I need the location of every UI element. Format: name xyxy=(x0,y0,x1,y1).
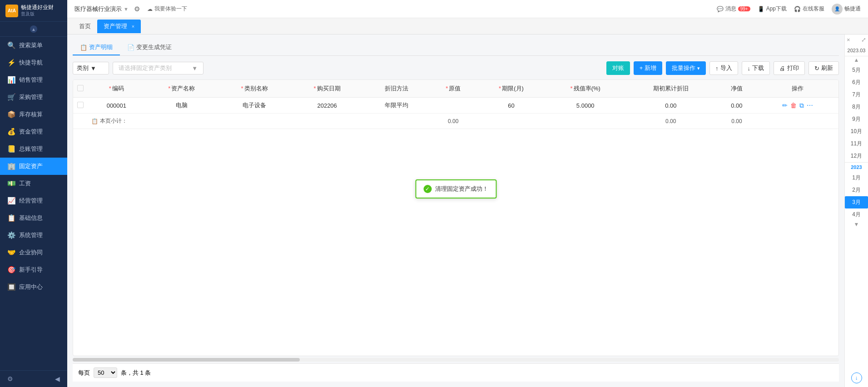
timeline-month-12[interactable]: 12月 xyxy=(845,150,868,162)
more-icon[interactable]: ⋯ xyxy=(807,102,813,109)
timeline-month-7[interactable]: 7月 xyxy=(845,89,868,101)
timeline-month-8[interactable]: 8月 xyxy=(845,101,868,113)
sidebar-item-payroll[interactable]: 💵 工资 xyxy=(0,175,67,192)
row-checkbox-cell[interactable] xyxy=(73,98,88,114)
company-selector[interactable]: 医疗器械行业演示 ▼ xyxy=(74,5,129,13)
sidebar-item-collab[interactable]: 🤝 企业协同 xyxy=(0,244,67,261)
experience-label: 我要体验一下 xyxy=(154,5,187,13)
online-service-label: 在线客服 xyxy=(803,5,824,13)
copy-icon[interactable]: ⧉ xyxy=(799,102,804,109)
sidebar-scroll-up[interactable]: ▲ xyxy=(30,25,37,33)
user-avatar: 👤 xyxy=(832,4,843,15)
dropdown-icon: ▼ xyxy=(192,65,198,72)
horizontal-scrollbar[interactable] xyxy=(73,358,839,362)
cell-code: 000001 xyxy=(88,98,145,114)
timeline-month-1[interactable]: 1月 xyxy=(845,172,868,184)
select-all-checkbox[interactable] xyxy=(77,85,84,91)
category-input[interactable]: 请选择固定资产类别 ▼ xyxy=(113,62,203,74)
new-button[interactable]: + 新增 xyxy=(634,61,662,75)
timeline-month-11[interactable]: 11月 xyxy=(845,138,868,150)
settings-icon[interactable]: ⚙ xyxy=(7,375,13,382)
timeline-month-10[interactable]: 10月 xyxy=(845,125,868,138)
app-download-btn[interactable]: 📱 App下载 xyxy=(758,5,787,13)
collapse-icon[interactable]: ◀ xyxy=(55,375,60,382)
voucher-icon: 📄 xyxy=(127,44,134,51)
fixed-icon: 🏢 xyxy=(7,162,15,170)
search-icon: 🔍 xyxy=(7,41,15,50)
cell-action: ✏ 🗑 ⧉ ⋯ xyxy=(757,98,838,114)
batch-ops-button[interactable]: 批量操作 xyxy=(666,61,706,75)
sidebar-item-funds[interactable]: 💰 资金管理 xyxy=(0,123,67,140)
sidebar-label-fixed: 固定资产 xyxy=(19,162,43,170)
sidebar-item-quicknav[interactable]: ⚡ 快捷导航 xyxy=(0,54,67,71)
refresh-button[interactable]: ↻ 刷新 xyxy=(808,61,839,75)
app-version: 普及版 xyxy=(21,11,54,17)
service-icon: 🎧 xyxy=(794,6,801,12)
row-checkbox[interactable] xyxy=(77,102,84,108)
sidebar-item-ops[interactable]: 📈 经营管理 xyxy=(0,192,67,209)
sub-tab-voucher-gen[interactable]: 📄 变更生成凭证 xyxy=(120,40,179,55)
sidebar-label-collab: 企业协同 xyxy=(19,248,43,257)
reconcile-button[interactable]: 对账 xyxy=(606,61,630,75)
sidebar-item-fixed[interactable]: 🏢 固定资产 xyxy=(0,158,67,175)
sidebar-item-sales[interactable]: 📊 销售管理 xyxy=(0,71,67,89)
download-button[interactable]: ↓ 下载 xyxy=(742,61,770,75)
timeline-circle-btn[interactable]: ↓ xyxy=(851,372,862,383)
print-button[interactable]: 🖨 打印 xyxy=(774,61,805,75)
timeline-expand-icon[interactable]: ⤢ xyxy=(861,36,866,43)
sidebar-item-search[interactable]: 🔍 搜索菜单 xyxy=(0,37,67,54)
sidebar-label-funds: 资金管理 xyxy=(19,128,43,136)
message-btn[interactable]: 💬 消息 99+ xyxy=(717,5,750,13)
sidebar-item-ledger[interactable]: 📒 总账管理 xyxy=(0,140,67,158)
subtotal-net: 0.00 xyxy=(716,114,757,129)
filter-chevron-icon: ▼ xyxy=(90,65,96,72)
subtotal-original: 0.00 xyxy=(429,114,477,129)
topbar: 医疗器械行业演示 ▼ ⚙ ☁ 我要体验一下 💬 消息 99+ 📱 App下载 🎧… xyxy=(67,0,868,18)
sidebar-label-ops: 经营管理 xyxy=(19,197,43,205)
th-purchase-date: *购买日期 xyxy=(291,80,363,98)
logo-icon: AtA xyxy=(5,5,18,17)
timeline-header-row: × ⤢ xyxy=(845,35,868,45)
timeline-month-4[interactable]: 4月 xyxy=(845,208,868,221)
timeline-month-9[interactable]: 9月 xyxy=(845,113,868,125)
timeline-month-5[interactable]: 5月 xyxy=(845,64,868,76)
sub-tab-asset-list[interactable]: 📋 资产明细 xyxy=(73,40,120,55)
sidebar-item-system[interactable]: ⚙️ 系统管理 xyxy=(0,227,67,244)
category-filter[interactable]: 类别 ▼ xyxy=(73,62,109,74)
sidebar-item-basic[interactable]: 📋 基础信息 xyxy=(0,209,67,227)
edit-icon[interactable]: ✏ xyxy=(782,102,788,109)
timeline-down-arrow[interactable]: ▼ xyxy=(854,221,859,228)
topbar-settings-icon[interactable]: ⚙ xyxy=(134,5,140,13)
tab-close-icon[interactable]: × xyxy=(132,24,134,29)
timeline-month-2[interactable]: 2月 xyxy=(845,184,868,196)
tab-home[interactable]: 首页 xyxy=(73,20,97,33)
tab-asset-mgmt[interactable]: 资产管理 × xyxy=(97,20,141,33)
sidebar-item-inventory[interactable]: 📦 库存核算 xyxy=(0,106,67,123)
th-depreciation-method: 折旧方法 xyxy=(363,80,429,98)
company-chevron-icon: ▼ xyxy=(124,6,129,12)
import-button[interactable]: ↑ 导入 xyxy=(709,61,738,75)
online-service-btn[interactable]: 🎧 在线客服 xyxy=(794,5,824,13)
page-size-select[interactable]: 50 100 xyxy=(94,367,117,378)
delete-icon[interactable]: 🗑 xyxy=(790,102,797,109)
select-all-cell[interactable] xyxy=(73,80,88,98)
scrollbar-thumb[interactable] xyxy=(73,358,300,362)
download-icon: 📱 xyxy=(758,6,764,12)
timeline-month-6[interactable]: 6月 xyxy=(845,76,868,89)
user-profile[interactable]: 👤 畅捷通 xyxy=(832,4,861,15)
quicknav-icon: ⚡ xyxy=(7,59,15,67)
table-wrapper: *编码 *资产名称 *类别名称 *购买日期 折旧方法 *原值 *期限(月) *残… xyxy=(73,79,839,363)
sidebar-bottom: ⚙ ◀ xyxy=(0,370,67,387)
sidebar-item-guide[interactable]: 🎯 新手引导 xyxy=(0,261,67,278)
cell-initial-depreciation: 0.00 xyxy=(625,98,717,114)
timeline-up-arrow[interactable]: ▲ xyxy=(854,56,859,64)
cell-purchase-date: 202206 xyxy=(291,98,363,114)
sidebar-item-apps[interactable]: 🔲 应用中心 xyxy=(0,278,67,296)
timeline-header: 2023.03 xyxy=(845,45,868,56)
sidebar-label-inventory: 库存核算 xyxy=(19,110,43,119)
timeline-close-icon[interactable]: × xyxy=(847,36,850,43)
sidebar-item-purchase[interactable]: 🛒 采购管理 xyxy=(0,89,67,106)
sidebar-label-purchase: 采购管理 xyxy=(19,93,43,101)
experience-btn[interactable]: ☁ 我要体验一下 xyxy=(147,5,187,13)
timeline-month-3-current[interactable]: 3月 xyxy=(845,196,868,208)
